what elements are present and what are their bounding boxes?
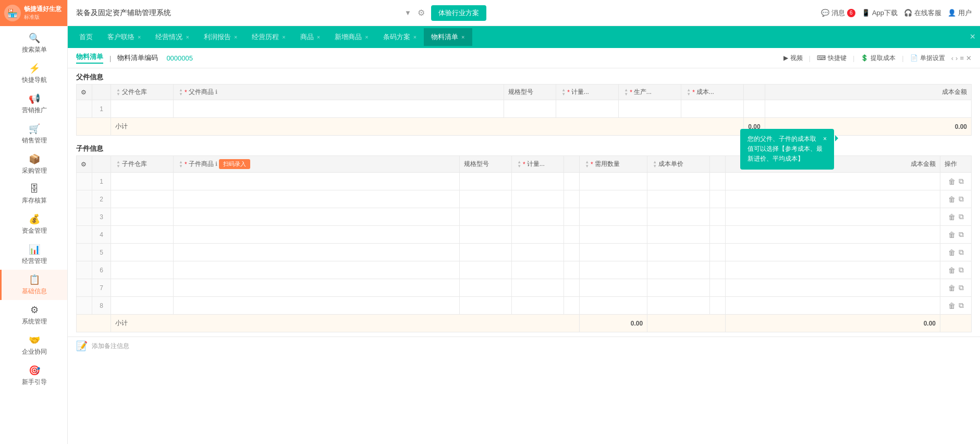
msg-action[interactable]: 💬 消息 6	[821, 8, 855, 18]
user-action[interactable]: 👤 用户	[948, 8, 972, 18]
child-qty-cell[interactable]	[580, 279, 647, 297]
copy-icon[interactable]: ⧉	[959, 195, 964, 203]
child-qty-cell[interactable]	[580, 297, 647, 315]
delete-icon[interactable]: 🗑	[948, 248, 956, 257]
close-page-btn[interactable]: ✕	[966, 54, 972, 62]
child-qty-cell[interactable]	[580, 173, 647, 190]
tab-profit-close[interactable]: ×	[234, 34, 237, 40]
sidebar-item-guide[interactable]: 🎯 新手引导	[0, 361, 67, 391]
tab-profit[interactable]: 利润报告 ×	[197, 28, 244, 46]
parent-col-setting[interactable]: ⚙	[77, 85, 92, 100]
child-warehouse-cell[interactable]	[111, 244, 174, 261]
child-unit-cell[interactable]	[512, 208, 564, 226]
copy-icon[interactable]: ⧉	[959, 283, 964, 292]
scan-btn[interactable]: 扫码录入	[219, 159, 250, 169]
copy-icon[interactable]: ⧉	[959, 301, 964, 310]
child-spec-cell[interactable]	[460, 208, 512, 226]
child-qty-cell[interactable]	[580, 226, 647, 244]
child-warehouse-cell[interactable]	[111, 173, 174, 190]
child-unit-cell[interactable]	[512, 244, 564, 261]
settings-icon[interactable]: ⚙	[418, 8, 425, 18]
tab-home[interactable]: 首页	[72, 28, 100, 46]
tab-customer-close[interactable]: ×	[138, 34, 141, 40]
sidebar-item-marketing[interactable]: 📢 营销推广	[0, 89, 67, 119]
tab-bom[interactable]: 物料清单 ×	[424, 28, 472, 46]
delete-icon[interactable]: 🗑	[948, 284, 956, 292]
tab-barcode[interactable]: 条码方案 ×	[376, 28, 424, 46]
child-unit-cell[interactable]	[512, 226, 564, 244]
child-unit-cell[interactable]	[512, 190, 564, 208]
child-unit-cost-cell[interactable]	[647, 297, 710, 315]
sidebar-item-quick-nav[interactable]: ⚡ 快捷导航	[0, 58, 67, 89]
child-unit-cost-cell[interactable]	[647, 190, 710, 208]
close-all-btn[interactable]: ✕	[970, 32, 976, 41]
toolbar-get-cost[interactable]: 💲 提取成本	[861, 54, 896, 63]
page-tab-bom[interactable]: 物料清单	[76, 52, 103, 64]
parent-warehouse-cell[interactable]	[111, 100, 174, 118]
toolbar-video[interactable]: ▶ 视频	[783, 54, 803, 63]
child-unit-cost-cell[interactable]	[647, 226, 710, 244]
tooltip-close-btn[interactable]: ×	[823, 134, 827, 144]
child-spec-cell[interactable]	[460, 226, 512, 244]
child-unit-cost-cell[interactable]	[647, 244, 710, 261]
copy-icon[interactable]: ⧉	[959, 177, 964, 186]
app-download-action[interactable]: 📱 App下载	[862, 8, 898, 18]
try-btn[interactable]: 体验行业方案	[431, 5, 486, 21]
delete-icon[interactable]: 🗑	[948, 195, 956, 203]
tab-goods[interactable]: 商品 ×	[293, 28, 327, 46]
child-goods-cell[interactable]	[174, 261, 460, 279]
tab-new-goods-close[interactable]: ×	[365, 34, 368, 40]
child-goods-cell[interactable]	[174, 226, 460, 244]
delete-icon[interactable]: 🗑	[948, 177, 956, 186]
toolbar-single-settings[interactable]: 📄 单据设置	[910, 54, 945, 63]
child-spec-cell[interactable]	[460, 297, 512, 315]
child-unit-cost-cell[interactable]	[647, 279, 710, 297]
dropdown-icon[interactable]: ▼	[405, 9, 411, 17]
sidebar-item-sales[interactable]: 🛒 销售管理	[0, 119, 67, 149]
child-goods-cell[interactable]	[174, 173, 460, 190]
child-warehouse-cell[interactable]	[111, 226, 174, 244]
tab-history[interactable]: 经营历程 ×	[244, 28, 292, 46]
child-warehouse-cell[interactable]	[111, 190, 174, 208]
parent-qty-cell[interactable]	[556, 100, 619, 118]
nav-list-icon[interactable]: ≡	[960, 54, 964, 62]
copy-icon[interactable]: ⧉	[959, 266, 964, 274]
delete-icon[interactable]: 🗑	[948, 302, 956, 310]
child-unit-cost-cell[interactable]	[647, 208, 710, 226]
tab-history-close[interactable]: ×	[282, 34, 285, 40]
child-warehouse-cell[interactable]	[111, 297, 174, 315]
child-unit-cost-cell[interactable]	[647, 173, 710, 190]
child-warehouse-cell[interactable]	[111, 279, 174, 297]
child-unit-cell[interactable]	[512, 279, 564, 297]
child-spec-cell[interactable]	[460, 173, 512, 190]
tab-barcode-close[interactable]: ×	[413, 34, 416, 40]
child-unit-cell[interactable]	[512, 297, 564, 315]
child-goods-cell[interactable]	[174, 297, 460, 315]
tab-customer[interactable]: 客户联络 ×	[100, 28, 148, 46]
delete-icon[interactable]: 🗑	[948, 266, 956, 274]
sidebar-item-cooperation[interactable]: 🤝 企业协同	[0, 330, 67, 361]
parent-spec-cell[interactable]	[504, 100, 556, 118]
child-spec-cell[interactable]	[460, 190, 512, 208]
tab-goods-close[interactable]: ×	[317, 34, 320, 40]
child-warehouse-cell[interactable]	[111, 261, 174, 279]
copy-icon[interactable]: ⧉	[959, 248, 964, 257]
child-col-setting[interactable]: ⚙	[77, 156, 92, 173]
parent-goods-cell[interactable]	[174, 100, 504, 118]
copy-icon[interactable]: ⧉	[959, 230, 964, 239]
parent-prod-cell[interactable]	[619, 100, 681, 118]
sidebar-item-finance[interactable]: 💰 资金管理	[0, 209, 67, 239]
child-goods-cell[interactable]	[174, 208, 460, 226]
child-goods-cell[interactable]	[174, 244, 460, 261]
child-qty-cell[interactable]	[580, 208, 647, 226]
toolbar-shortcut[interactable]: ⌨ 快捷键	[817, 54, 847, 63]
sidebar-item-purchase[interactable]: 📦 采购管理	[0, 149, 67, 179]
child-spec-cell[interactable]	[460, 244, 512, 261]
child-goods-cell[interactable]	[174, 279, 460, 297]
child-qty-cell[interactable]	[580, 244, 647, 261]
child-qty-cell[interactable]	[580, 261, 647, 279]
child-spec-cell[interactable]	[460, 279, 512, 297]
child-unit-cost-cell[interactable]	[647, 261, 710, 279]
sidebar-item-inventory[interactable]: 🗄 库存核算	[0, 179, 67, 209]
child-unit-cell[interactable]	[512, 261, 564, 279]
